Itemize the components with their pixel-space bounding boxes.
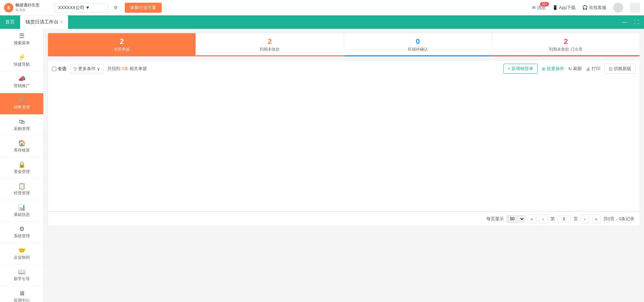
online-service-btn[interactable]: 🎧 在线客服 <box>582 5 606 11</box>
stat-tab-overdue[interactable]: 2 到期未收款 <box>196 33 344 56</box>
page-size-label: 每页显示 <box>486 216 504 222</box>
stat-all-count: 2 <box>53 37 190 46</box>
app-download-btn[interactable]: 📱 App下载 <box>552 5 576 11</box>
sidebar-item-cooperation[interactable]: 🤝 企业协同 <box>0 243 43 265</box>
next-page-button[interactable]: › <box>581 215 589 223</box>
batch-operation-btn[interactable]: ⊞ 批量操作 <box>542 66 564 72</box>
app-edition: 标准版 <box>15 8 40 12</box>
app-download-label: App下载 <box>559 5 576 11</box>
chevron-down-icon: ▼ <box>86 5 90 10</box>
switch-version-button[interactable]: ⊡ 切换新版 <box>604 64 636 74</box>
stat-overdue-count: 2 <box>201 37 338 46</box>
sales-icon: 🛒 <box>18 97 25 103</box>
company-name: XXXXXX公司 <box>58 5 84 11</box>
prev-page-button[interactable]: ‹ <box>539 215 548 223</box>
trial-button[interactable]: 体验行业方案 <box>125 3 162 13</box>
refresh-label: 刷新 <box>573 66 582 72</box>
avatar[interactable] <box>613 3 623 13</box>
tab-home[interactable]: 首页 <box>0 15 20 29</box>
app-center-icon: 🖥 <box>19 290 25 296</box>
found-suffix: 相关单据 <box>129 66 147 71</box>
message-badge: 99+ <box>540 2 549 6</box>
logo-icon: 6 <box>4 3 13 12</box>
select-all-checkbox[interactable]: 全选 <box>52 66 66 72</box>
sidebar-item-basic-info[interactable]: 📊 基础信息 <box>0 200 43 222</box>
stat-shipped-count: 2 <box>497 37 634 46</box>
tab-workbench[interactable]: 钱货日清工作台 × <box>20 15 68 29</box>
sidebar-item-search-label: 搜索菜单 <box>14 40 30 46</box>
user-menu[interactable] <box>630 3 640 13</box>
empty-state <box>48 77 640 211</box>
toolbar: 全选 ▽ 更多条件 ∨ 共找到 0条 相关单据 + 新增销货单 ⊞ 批量操作 <box>48 60 640 77</box>
sidebar-item-guide[interactable]: 📖 新手引导 <box>0 265 43 286</box>
sidebar-item-sales[interactable]: 🛒 销售管理 <box>0 93 43 115</box>
select-all-label: 全选 <box>58 66 66 72</box>
print-icon: 🖨 <box>586 66 590 71</box>
sidebar-item-app-center-label: 应用中心 <box>14 298 30 302</box>
sidebar-item-operations[interactable]: 📋 经营管理 <box>0 179 43 200</box>
sidebar-item-shortcuts-label: 快捷导航 <box>14 62 30 67</box>
tab-home-label: 首页 <box>5 19 15 25</box>
logo-area: 6 畅捷通好生意 标准版 <box>4 3 48 13</box>
print-btn[interactable]: 🖨 打印 <box>586 66 600 72</box>
total-label: 共0页，0条记录 <box>603 216 634 222</box>
tab-workbench-label: 钱货日清工作台 <box>25 19 58 25</box>
sidebar-item-system-label: 系统管理 <box>14 233 30 239</box>
app-download-icon: 📱 <box>552 5 558 10</box>
online-service-icon: 🎧 <box>582 5 588 10</box>
filter-button[interactable]: ▽ 更多条件 ∨ <box>70 64 104 73</box>
found-prefix: 共找到 <box>107 66 120 71</box>
guide-icon: 📖 <box>18 269 25 275</box>
page-size-select[interactable]: 50 100 <box>506 215 525 223</box>
sidebar-item-shortcuts[interactable]: ⚡ 快捷导航 <box>0 50 43 72</box>
sidebar-item-search[interactable]: ☰ 搜索菜单 <box>0 29 43 50</box>
switch-label: 切换新版 <box>614 66 631 72</box>
tab-maximize-btn[interactable]: ⛶ <box>632 17 641 27</box>
inventory-icon: 🏠 <box>18 140 25 146</box>
tab-indicator-all <box>48 55 196 56</box>
sidebar-item-purchase[interactable]: 🛍 采购管理 <box>0 115 43 136</box>
company-selector[interactable]: XXXXXX公司 ▼ <box>54 3 108 12</box>
tab-minimize-btn[interactable]: — <box>620 17 629 27</box>
marketing-icon: 📣 <box>18 76 25 82</box>
select-all-input[interactable] <box>52 67 56 71</box>
stat-pending-label: 旺辅待确认 <box>350 47 486 52</box>
operations-icon: 📋 <box>18 183 25 189</box>
toolbar-left: 全选 ▽ 更多条件 ∨ 共找到 0条 相关单据 <box>52 64 499 73</box>
cooperation-icon: 🤝 <box>18 247 25 253</box>
table-area <box>48 77 640 212</box>
toolbar-right: + 新增销货单 ⊞ 批量操作 ↻ 刷新 🖨 打印 ⊡ 切换新版 <box>503 64 636 74</box>
refresh-btn[interactable]: ↻ 刷新 <box>568 66 582 72</box>
header-right: ✉ 消息 99+ 📱 App下载 🎧 在线客服 <box>532 3 640 13</box>
system-icon: ⚙ <box>19 226 24 232</box>
sidebar-item-inventory-label: 库存核算 <box>14 147 30 153</box>
stat-tab-shipped[interactable]: 2 到期未收款 已出库 <box>492 33 640 56</box>
tab-indicator-shipped <box>492 55 640 56</box>
refresh-icon: ↻ <box>568 66 572 71</box>
sidebar-item-inventory[interactable]: 🏠 库存核算 <box>0 136 43 158</box>
stat-shipped-label: 到期未收款 已出库 <box>497 47 634 52</box>
sidebar-item-marketing-label: 营销推广 <box>14 83 30 89</box>
sidebar-item-marketing[interactable]: 📣 营销推广 <box>0 72 43 93</box>
page-number-input[interactable] <box>557 216 571 222</box>
stat-overdue-label: 到期未收款 <box>201 47 338 52</box>
message-btn[interactable]: ✉ 消息 99+ <box>532 5 546 11</box>
last-page-button[interactable]: » <box>592 215 601 223</box>
stat-tab-pending[interactable]: 0 旺辅待确认 <box>344 33 492 56</box>
sidebar-item-app-center[interactable]: 🖥 应用中心 <box>0 286 43 302</box>
stats-tabs: 2 全部单据 2 到期未收款 0 旺辅待确认 2 到期未收款 已出库 <box>48 33 640 57</box>
page-suffix: 页 <box>574 216 578 222</box>
sidebar-item-purchase-label: 采购管理 <box>14 126 30 132</box>
filter-chevron-icon: ∨ <box>97 66 100 71</box>
settings-icon[interactable]: ⚙ <box>111 3 121 13</box>
tab-indicator-overdue <box>196 55 343 56</box>
add-sale-order-button[interactable]: + 新增销货单 <box>503 64 538 74</box>
message-icon: ✉ <box>532 5 536 10</box>
sidebar-item-cooperation-label: 企业协同 <box>14 255 30 260</box>
sidebar-item-system[interactable]: ⚙ 系统管理 <box>0 222 43 243</box>
sidebar-item-finance[interactable]: 🔒 资金管理 <box>0 158 43 179</box>
first-page-button[interactable]: « <box>528 215 536 223</box>
tab-close-icon[interactable]: × <box>60 20 63 24</box>
stat-tab-all[interactable]: 2 全部单据 <box>48 33 196 56</box>
found-count: 0条 <box>122 66 128 71</box>
